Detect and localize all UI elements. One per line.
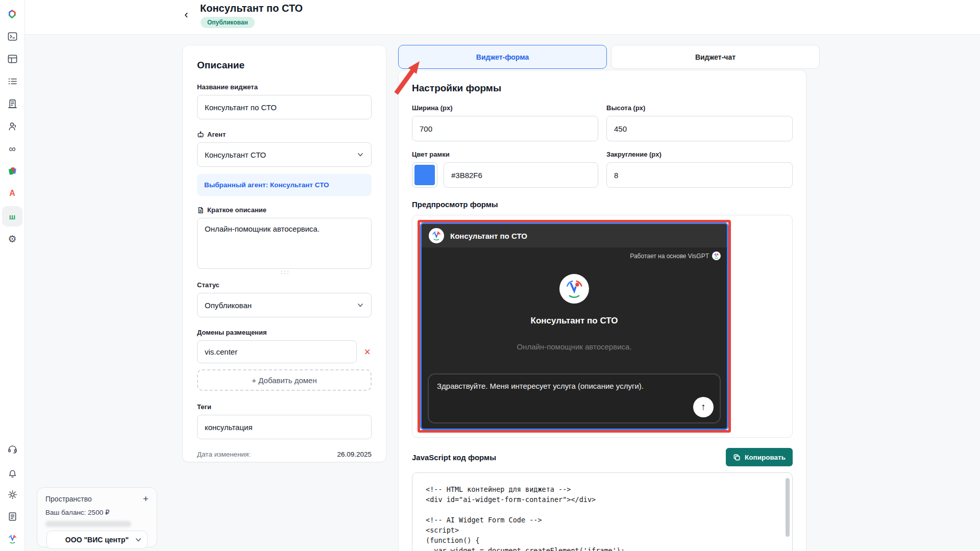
status-value: Опубликован xyxy=(205,301,252,310)
domain-value: vis.center xyxy=(205,347,237,356)
send-button[interactable]: ↑ xyxy=(693,397,714,417)
copy-button[interactable]: Копировать xyxy=(726,448,793,466)
description-title: Описание xyxy=(197,60,372,71)
tags-input[interactable]: консультация xyxy=(197,415,372,439)
widget-title: Консультант по СТО xyxy=(531,316,618,326)
billing-icon[interactable] xyxy=(2,506,22,527)
tab-widget-chat[interactable]: Виджет-чат xyxy=(611,45,820,69)
widget-center-logo xyxy=(559,274,589,304)
theme-icon[interactable] xyxy=(2,484,22,505)
back-button[interactable]: ‹ xyxy=(180,8,193,21)
code-line: var widget = document.createElement('ifr… xyxy=(426,545,779,551)
tags-value: консультация xyxy=(205,423,253,432)
code-block[interactable]: <!-- HTML контейнер для виджета --> <div… xyxy=(412,472,793,551)
radius-input[interactable] xyxy=(606,162,793,188)
widgets-icon[interactable]: ш xyxy=(2,206,22,227)
robot-icon xyxy=(197,131,204,138)
width-label: Ширина (px) xyxy=(412,104,598,112)
selected-agent-banner: Выбранный агент: Консультант СТО xyxy=(197,174,372,196)
status-badge: Опубликован xyxy=(201,17,255,28)
document-icon xyxy=(197,207,204,214)
agents-icon[interactable]: A xyxy=(2,183,22,204)
agent-select[interactable]: Консультант СТО xyxy=(197,142,372,167)
list-icon[interactable] xyxy=(2,71,22,91)
sidebar: ∞ A ш ⚙ xyxy=(0,0,25,551)
code-line: <!-- AI Widget Form Code --> xyxy=(426,515,779,525)
border-color-input[interactable] xyxy=(444,162,598,188)
annotation-red-frame: Консультант по СТО Работает на основе Vi… xyxy=(418,220,731,433)
tab-widget-form[interactable]: Виджет-форма xyxy=(398,45,607,69)
short-description-label: Краткое описание xyxy=(197,206,372,214)
tags-label: Теги xyxy=(197,403,372,411)
infinity-icon[interactable]: ∞ xyxy=(2,138,22,159)
border-color-label: Цвет рамки xyxy=(412,151,598,158)
code-line: <!-- HTML контейнер для виджета --> xyxy=(426,484,779,494)
domain-row: vis.center × xyxy=(197,340,372,363)
code-line: (function() { xyxy=(426,535,779,545)
widget-avatar xyxy=(429,228,444,243)
plus-icon: + xyxy=(143,493,149,504)
widget-preview: Консультант по СТО Работает на основе Vi… xyxy=(420,222,728,430)
height-input[interactable] xyxy=(606,116,793,141)
code-line: <div id="ai-widget-form-container"></div… xyxy=(426,494,779,505)
settings-icon[interactable]: ⚙ xyxy=(2,229,22,249)
add-workspace-button[interactable]: + xyxy=(143,494,149,504)
radius-label: Закругление (px) xyxy=(606,151,793,158)
color-swatch-fill xyxy=(414,165,435,185)
notifications-icon[interactable] xyxy=(2,463,22,483)
agent-value: Консультант СТО xyxy=(205,151,266,159)
table-icon[interactable] xyxy=(2,48,22,69)
code-scrollbar[interactable] xyxy=(786,478,790,537)
send-icon: ↑ xyxy=(701,402,706,413)
powered-by: Работает на основе VisGPT xyxy=(630,252,721,260)
widget-tabs: Виджет-форма Виджет-чат xyxy=(398,45,822,69)
domains-label: Домены размещения xyxy=(197,329,372,336)
status-label: Статус xyxy=(197,281,372,289)
widget-name-label: Название виджета xyxy=(197,83,372,91)
widget-header: Консультант по СТО xyxy=(422,224,727,247)
app-logo-icon[interactable] xyxy=(2,4,22,24)
widget-name-value: Консультант по СТО xyxy=(205,103,277,112)
visgpt-logo-icon xyxy=(712,252,721,260)
preview-container: Консультант по СТО Работает на основе Vi… xyxy=(412,215,793,438)
organization-select[interactable]: ООО "ВИС центр" xyxy=(46,531,148,549)
description-panel: Описание Название виджета Консультант по… xyxy=(182,45,386,462)
message-text: Здравствуйте. Меня интересует услуга (оп… xyxy=(437,382,644,390)
modified-date-label: Дата изменения: xyxy=(197,450,251,458)
page-title: Консультант по СТО xyxy=(200,3,303,14)
width-input[interactable] xyxy=(412,116,598,141)
code-line xyxy=(426,505,779,515)
knowledge-base-icon[interactable] xyxy=(2,161,22,181)
resize-handle[interactable] xyxy=(280,270,288,274)
chevron-down-icon xyxy=(135,536,142,543)
app-root: ∞ A ш ⚙ ‹ Консультант xyxy=(0,0,980,551)
short-description-textarea[interactable]: Онлайн-помощник автосервиса. xyxy=(197,218,372,269)
back-icon: ‹ xyxy=(184,8,188,21)
preview-label: Предпросмотр формы xyxy=(412,200,793,209)
terminal-icon[interactable] xyxy=(2,26,22,46)
add-domain-button[interactable]: + Добавить домен xyxy=(197,369,372,391)
chevron-down-icon xyxy=(357,302,364,309)
widget-name-input[interactable]: Консультант по СТО xyxy=(197,95,372,119)
code-line: <script> xyxy=(426,525,779,535)
workspace-title: Пространство xyxy=(45,495,92,503)
app-logo-bottom-icon xyxy=(2,529,22,549)
domain-input[interactable]: vis.center xyxy=(197,340,357,363)
support-icon[interactable] xyxy=(2,439,22,459)
widget-subtitle: Онлайн-помощник автосервиса. xyxy=(517,342,631,351)
users-icon[interactable] xyxy=(2,116,22,136)
message-input[interactable]: Здравствуйте. Меня интересует услуга (оп… xyxy=(428,373,721,423)
organization-name: ООО "ВИС центр" xyxy=(65,536,129,544)
form-settings-title: Настройки формы xyxy=(412,83,793,94)
remove-domain-button[interactable]: × xyxy=(363,346,372,358)
copy-icon xyxy=(733,454,741,461)
color-swatch[interactable] xyxy=(412,162,437,188)
remove-icon: × xyxy=(364,345,371,358)
status-select[interactable]: Опубликован xyxy=(197,293,372,317)
agent-label: Агент xyxy=(197,131,372,138)
chevron-down-icon xyxy=(357,151,364,158)
js-code-title: JavaScript код формы xyxy=(412,453,496,462)
height-label: Высота (px) xyxy=(606,104,793,112)
organization-icon[interactable] xyxy=(2,93,22,114)
widget-form-panel: Настройки формы Ширина (px) Высота (px) … xyxy=(398,70,806,551)
